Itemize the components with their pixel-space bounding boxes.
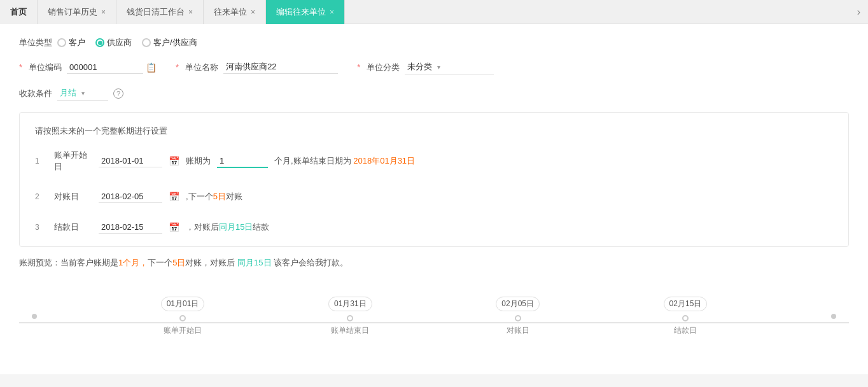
row-1-num: 1 — [35, 157, 48, 165]
unit-category-label: 单位分类 — [367, 62, 400, 73]
unit-code-required: * — [19, 62, 22, 72]
timeline-point-4-label-top: 02月15日 — [664, 297, 708, 311]
row-2-num: 2 — [35, 192, 48, 201]
unit-info-row: * 单位编码 📋 * 单位名称 * 单位分类 未分类 ▾ — [19, 60, 849, 74]
row-2-label: 对账日 — [54, 191, 92, 202]
period-settings-card: 请按照未来的一个完整帐期进行设置 1 账单开始日 📅 账期为 个月,账单结束日期… — [19, 112, 849, 247]
row-1-calendar-icon[interactable]: 📅 — [169, 156, 179, 166]
tab-sales-order-history-label: 销售订单历史 — [48, 6, 97, 18]
row-1-date-input[interactable] — [99, 155, 162, 167]
row-3-highlight: 同月15日 — [219, 222, 253, 232]
timeline-right-dot — [831, 314, 836, 319]
timeline-point-1-circle — [179, 315, 186, 321]
unit-code-group: * 单位编码 📋 — [19, 61, 157, 74]
radio-supplier-circle — [95, 38, 104, 47]
timeline-point-4: 02月15日 结款日 — [664, 297, 708, 336]
timeline-point-3-label-bottom: 对账日 — [507, 325, 529, 336]
preview-highlight2: 5日 — [172, 258, 185, 267]
timeline-points: 01月01日 账单开始日 01月31日 账单结束日 02月05日 对账日 02月… — [32, 297, 836, 336]
unit-category-group: * 单位分类 未分类 ▾ — [357, 60, 494, 74]
radio-both-label: 客户/供应商 — [153, 37, 197, 48]
help-icon[interactable]: ? — [113, 88, 123, 99]
preview-highlight3: 同月15日 — [237, 258, 271, 267]
unit-code-icon[interactable]: 📋 — [146, 62, 157, 73]
tab-home-label: 首页 — [10, 6, 27, 18]
row-3-calendar-icon[interactable]: 📅 — [169, 222, 179, 232]
timeline-point-2: 01月31日 账单结束日 — [328, 297, 372, 336]
timeline-point-4-label-bottom: 结款日 — [674, 325, 697, 336]
unit-code-label: 单位编码 — [29, 62, 62, 73]
payment-terms-select[interactable]: 月结 ▾ — [57, 86, 108, 101]
tab-sales-order-history-close[interactable]: × — [101, 8, 106, 17]
preview-highlight1: 1个月， — [118, 258, 148, 267]
setting-row-1: 1 账单开始日 📅 账期为 个月,账单结束日期为 2018年01月31日 — [35, 150, 833, 172]
radio-supplier-dot — [98, 41, 102, 45]
row-2-calendar-icon[interactable]: 📅 — [169, 192, 179, 202]
unit-name-input[interactable] — [223, 61, 338, 74]
row-3-num: 3 — [35, 223, 48, 232]
row-2-desc: ,下一个5日对账 — [186, 191, 242, 202]
timeline-point-3: 02月05日 对账日 — [496, 297, 540, 336]
timeline: 01月01日 账单开始日 01月31日 账单结束日 02月05日 对账日 02月… — [19, 284, 849, 362]
timeline-point-2-label-bottom: 账单结束日 — [331, 325, 369, 336]
tab-cashflow-workbench-close[interactable]: × — [188, 8, 193, 17]
unit-category-required: * — [357, 62, 360, 72]
unit-type-group: 单位类型 客户 供应商 客户/供应商 — [19, 37, 197, 48]
unit-name-required: * — [176, 62, 179, 72]
tab-cashflow-workbench[interactable]: 钱货日清工作台 × — [116, 0, 204, 24]
payment-terms-label: 收款条件 — [19, 88, 52, 99]
tab-bar: 首页 销售订单历史 × 钱货日清工作台 × 往来单位 × 编辑往来单位 × › — [0, 0, 868, 24]
radio-both[interactable]: 客户/供应商 — [142, 37, 197, 48]
setting-row-2: 2 对账日 📅 ,下一个5日对账 — [35, 190, 833, 203]
row-1-desc-post: 个月,账单结束日期为 2018年01月31日 — [274, 155, 415, 167]
timeline-point-4-circle — [682, 315, 689, 321]
unit-code-input-group: 📋 — [67, 61, 157, 74]
tab-cashflow-workbench-label: 钱货日清工作台 — [127, 6, 185, 18]
row-3-date-input[interactable] — [99, 221, 162, 234]
row-1-label: 账单开始日 — [54, 150, 92, 172]
tab-edit-partner-unit-close[interactable]: × — [330, 8, 334, 17]
tab-partner-units[interactable]: 往来单位 × — [204, 0, 266, 24]
row-2-date-input[interactable] — [99, 190, 162, 203]
row-1-period-input[interactable] — [217, 155, 268, 168]
unit-category-chevron: ▾ — [437, 64, 440, 71]
row-1-desc-pre: 账期为 — [186, 155, 211, 167]
timeline-point-1-label-bottom: 账单开始日 — [164, 325, 202, 336]
unit-type-label: 单位类型 — [19, 37, 52, 48]
timeline-point-2-label-top: 01月31日 — [328, 297, 372, 311]
payment-terms-value: 月结 — [60, 87, 76, 99]
row-3-label: 结款日 — [54, 222, 92, 233]
timeline-point-3-circle — [515, 315, 521, 321]
page-content: 单位类型 客户 供应商 客户/供应商 — [0, 24, 868, 374]
radio-customer-label: 客户 — [69, 37, 85, 48]
radio-both-circle — [142, 38, 151, 47]
tab-edit-partner-unit[interactable]: 编辑往来单位 × — [266, 0, 345, 24]
card-title: 请按照未来的一个完整帐期进行设置 — [35, 125, 833, 137]
radio-customer-circle — [57, 38, 66, 47]
unit-name-group: * 单位名称 — [176, 61, 338, 74]
unit-name-label: 单位名称 — [185, 62, 218, 73]
timeline-point-2-circle — [347, 315, 353, 321]
radio-supplier-label: 供应商 — [107, 37, 132, 48]
preview-text: 账期预览：当前客户账期是1个月，下一个5日对账，对账后 同月15日 该客户会给我… — [19, 257, 849, 269]
tab-home[interactable]: 首页 — [0, 0, 38, 24]
unit-type-row: 单位类型 客户 供应商 客户/供应商 — [19, 37, 849, 48]
row-2-highlight: 5日 — [213, 192, 226, 201]
payment-terms-group: 收款条件 月结 ▾ ? — [19, 86, 123, 101]
tab-partner-units-close[interactable]: × — [251, 8, 255, 17]
unit-code-input[interactable] — [67, 61, 143, 74]
tab-sales-order-history[interactable]: 销售订单历史 × — [38, 0, 116, 24]
row-1-period-end: 2018年01月31日 — [353, 156, 415, 165]
payment-terms-chevron: ▾ — [81, 90, 85, 97]
unit-type-radio-group: 客户 供应商 客户/供应商 — [57, 37, 197, 48]
radio-supplier[interactable]: 供应商 — [95, 37, 132, 48]
payment-terms-row: 收款条件 月结 ▾ ? — [19, 86, 849, 101]
radio-customer[interactable]: 客户 — [57, 37, 85, 48]
tab-edit-partner-unit-label: 编辑往来单位 — [276, 6, 326, 18]
timeline-point-3-label-top: 02月05日 — [496, 297, 540, 311]
tab-more-button[interactable]: › — [850, 6, 868, 18]
timeline-point-1: 01月01日 账单开始日 — [161, 297, 205, 336]
row-3-desc: ，对账后同月15日结款 — [186, 222, 269, 233]
unit-category-select[interactable]: 未分类 ▾ — [405, 60, 494, 74]
setting-row-3: 3 结款日 📅 ，对账后同月15日结款 — [35, 221, 833, 234]
